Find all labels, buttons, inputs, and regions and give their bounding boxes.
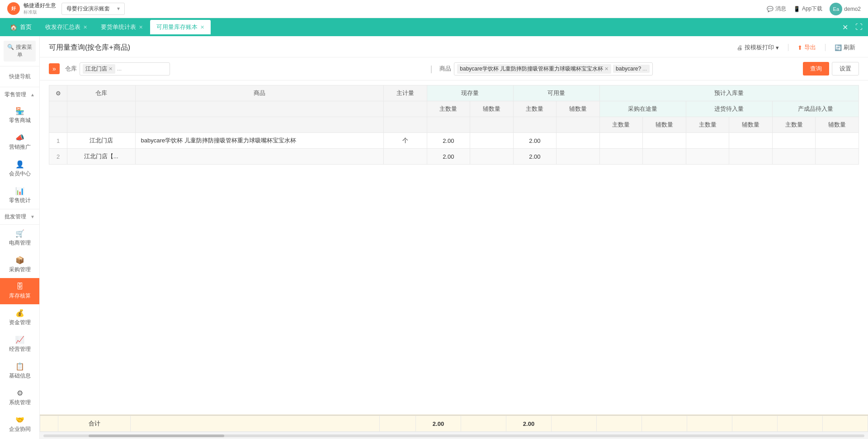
system-label: 系统管理: [9, 399, 31, 406]
sidebar-item-retail-stats[interactable]: 📊 零售统计: [0, 182, 39, 209]
chevron-up-icon: ▲: [30, 92, 35, 97]
sidebar-item-ecommerce[interactable]: 🛒 电商管理: [0, 225, 39, 251]
th-current-main: 主数量: [427, 101, 470, 117]
th-product-sub: [135, 101, 384, 117]
phone-icon: 📱: [793, 6, 800, 12]
user-area[interactable]: Ea demo2: [830, 3, 861, 15]
sidebar-item-finance[interactable]: 💰 资金管理: [0, 304, 39, 331]
app-download-action[interactable]: 📱 App下载: [793, 5, 822, 13]
message-action[interactable]: 💬 消息: [767, 5, 786, 13]
tab-bar-actions: ✕ ⛶: [840, 21, 864, 33]
th-product-pending: 产成品待入量: [772, 101, 859, 117]
th-available-aux: 辅数量: [557, 101, 600, 117]
sidebar-section-wholesale: 批发管理 ▼: [0, 209, 39, 225]
ecommerce-icon: 🛒: [15, 229, 24, 238]
tab-home[interactable]: 🏠 首页: [4, 20, 38, 34]
sidebar-item-marketing[interactable]: 📣 营销推广: [0, 129, 39, 156]
query-btn[interactable]: 查询: [803, 62, 829, 76]
sidebar-item-operations[interactable]: 📈 经营管理: [0, 331, 39, 358]
export-btn[interactable]: ⬆ 导出: [794, 42, 820, 53]
th-pp-aux: 辅数量: [816, 117, 859, 133]
top-bar-left: 好 畅捷通好生意 标准版 母婴行业演示账套 ▾: [7, 2, 125, 15]
sidebar-item-purchase[interactable]: 📦 采购管理: [0, 251, 39, 278]
cell-pp-aux-2: [816, 149, 859, 165]
th-unit: 主计量: [384, 85, 427, 101]
maximize-btn[interactable]: ⛶: [854, 21, 864, 33]
tab-collect-summary[interactable]: 收发存汇总表 ✕: [39, 20, 94, 34]
print-icon: 🖨: [737, 44, 743, 51]
tab-available-stock-label: 可用量库存账本: [156, 23, 198, 31]
cell-product-1: babycare学饮杯 儿童防摔防撞吸管杯重力球吸嘴杯宝宝水杯: [135, 133, 384, 149]
template-print-btn[interactable]: 🖨 按模板打印 ▾: [733, 42, 783, 53]
inventory-label: 库存核算: [9, 292, 31, 300]
purchase-icon: 📦: [15, 256, 24, 264]
member-label: 会员中心: [9, 170, 31, 178]
th-pp-main: 主数量: [772, 117, 816, 133]
tab-close-3[interactable]: ✕: [200, 24, 204, 30]
sidebar-item-inventory[interactable]: 🗄 库存核算: [0, 278, 39, 304]
sidebar-item-basic-info[interactable]: 📋 基础信息: [0, 358, 39, 384]
th-current-aux: 辅数量: [470, 101, 514, 117]
th-aa-sub2: [557, 117, 600, 133]
product-tag-1-close[interactable]: ✕: [604, 66, 609, 72]
top-bar-right: 💬 消息 📱 App下载 Ea demo2: [767, 3, 861, 15]
cell-pp-aux-1: [816, 133, 859, 149]
basic-info-icon: 📋: [15, 362, 24, 371]
search-menu-btn[interactable]: 🔍 搜索菜单: [4, 41, 36, 61]
divider-1: [788, 44, 788, 51]
filter-separator: |: [430, 64, 433, 74]
enterprise-icon: 🤝: [15, 415, 24, 424]
th-ip-main: 主数量: [686, 117, 729, 133]
warehouse-tag-close[interactable]: ✕: [108, 66, 113, 72]
expand-filter-btn[interactable]: »: [49, 63, 60, 74]
settings-btn[interactable]: 设置: [832, 62, 859, 76]
product-input[interactable]: babycare学饮杯 儿童防摔防撞吸管杯重力球吸嘴杯宝宝水杯 ✕ babyca…: [454, 62, 653, 76]
tab-collect-summary-label: 收发存汇总表: [45, 23, 80, 31]
industry-selector[interactable]: 母婴行业演示账套 ▾: [61, 3, 125, 15]
message-icon: 💬: [767, 6, 774, 12]
warehouse-tag-text: 江北门店: [85, 65, 107, 73]
footer-row: 合计 2.00 2.00: [40, 416, 868, 432]
shop-icon: 🏪: [15, 107, 24, 115]
table-area: ⚙ 仓库 商品 主计量 现存量: [40, 80, 868, 415]
tab-close-1[interactable]: ✕: [83, 24, 87, 30]
th-wh-sub2: [67, 117, 136, 133]
tab-purchase-order[interactable]: 要货单统计表 ✕: [94, 20, 149, 34]
cell-unit-1: 个: [384, 133, 427, 149]
warehouse-filter-label: 仓库: [65, 65, 77, 73]
sidebar-item-retail-mall[interactable]: 🏪 零售商城: [0, 102, 39, 129]
divider-2: [825, 44, 826, 51]
scroll-thumb[interactable]: [89, 434, 224, 437]
th-cm-sub2: [427, 117, 470, 133]
logo-icon: 好: [7, 2, 20, 15]
tab-close-2[interactable]: ✕: [139, 24, 143, 30]
sidebar-item-enterprise[interactable]: 🤝 企业协同: [0, 411, 39, 438]
sidebar-item-quick-nav[interactable]: 快捷导航: [0, 69, 39, 84]
quick-nav-label: 快捷导航: [9, 73, 31, 80]
warehouse-more[interactable]: ...: [117, 66, 122, 72]
cell-avail-aux-1: [557, 133, 600, 149]
main-layout: 🔍 搜索菜单 快捷导航 零售管理 ▲ 🏪 零售商城 📣 营销推广 👤: [0, 36, 868, 439]
refresh-btn[interactable]: 🔄 刷新: [831, 42, 859, 53]
horizontal-scrollbar[interactable]: [40, 432, 868, 439]
sidebar-item-member[interactable]: 👤 会员中心: [0, 156, 39, 182]
scroll-track[interactable]: [43, 434, 864, 437]
sidebar-item-system[interactable]: ⚙ 系统管理: [0, 384, 39, 411]
th-current-stock-group: 现存量: [427, 85, 513, 101]
th-settings[interactable]: ⚙: [49, 85, 67, 101]
ecommerce-label: 电商管理: [9, 239, 31, 247]
th-product: 商品: [135, 85, 384, 101]
purchase-label: 采购管理: [9, 266, 31, 274]
sidebar-toggle-wholesale[interactable]: 批发管理 ▼: [0, 209, 39, 224]
footer-available-main: 2.00: [506, 416, 552, 432]
sidebar-toggle-retail[interactable]: 零售管理 ▲: [0, 87, 39, 102]
warehouse-input[interactable]: 江北门店 ✕ ...: [80, 62, 170, 76]
th-available-group: 可用量: [513, 85, 599, 101]
table-row: 1 江北门店 babycare学饮杯 儿童防摔防撞吸管杯重力球吸嘴杯宝宝水杯 个…: [49, 133, 859, 149]
close-all-tabs-btn[interactable]: ✕: [840, 21, 850, 33]
footer-current-main: 2.00: [416, 416, 461, 432]
wholesale-mgmt-label: 批发管理: [5, 213, 26, 221]
refresh-icon: 🔄: [835, 44, 842, 51]
cell-pt-aux-1: [643, 133, 686, 149]
tab-available-stock[interactable]: 可用量库存账本 ✕: [150, 20, 211, 34]
